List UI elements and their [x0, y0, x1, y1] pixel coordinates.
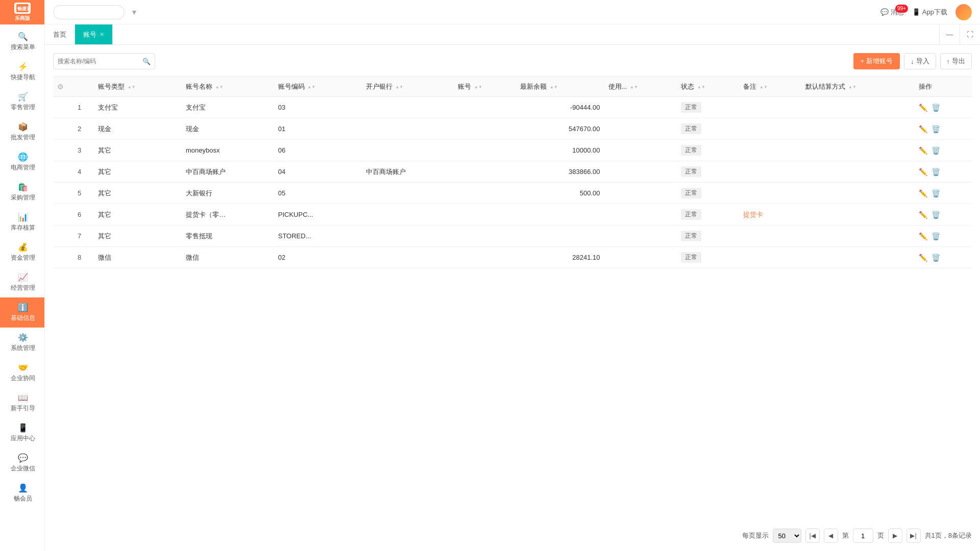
table-row: 8 微信 微信 02 28241.10 正常 ✏️ 🗑️ — [53, 247, 972, 268]
row-bank-cell — [362, 97, 454, 118]
edit-icon[interactable]: ✏️ — [919, 254, 927, 262]
edit-icon[interactable]: ✏️ — [919, 168, 927, 176]
per-page-select[interactable]: 50 100 200 — [773, 529, 801, 543]
toolbar-left: 🔍 — [53, 53, 155, 69]
sort-icon: ▲▼ — [550, 85, 558, 89]
delete-icon[interactable]: 🗑️ — [932, 104, 940, 112]
header-search-input[interactable] — [53, 5, 125, 19]
operations-icon: 📈 — [18, 272, 28, 282]
sidebar-item-quick-nav[interactable]: ⚡ 快捷导航 — [0, 57, 44, 87]
total-label: 共1页，8条记录 — [925, 531, 972, 540]
sidebar-item-operations[interactable]: 📈 经营管理 — [0, 267, 44, 297]
last-page-button[interactable]: ▶| — [906, 529, 921, 543]
row-status-cell: 正常 — [677, 247, 739, 268]
status-badge: 正常 — [681, 252, 701, 263]
tab-bar-actions: — ⛶ — [939, 24, 980, 44]
import-button[interactable]: ↓ 导入 — [904, 53, 936, 69]
table-wrap: ⚙ 账号类型 ▲▼ 账号名称 ▲▼ 账号编码 ▲▼ — [53, 77, 972, 522]
row-name-cell: 支付宝 — [182, 97, 274, 118]
col-usage[interactable]: 使用... ▲▼ — [604, 77, 677, 97]
accounts-table: ⚙ 账号类型 ▲▼ 账号名称 ▲▼ 账号编码 ▲▼ — [53, 77, 972, 268]
search-icon[interactable]: 🔍 — [142, 58, 151, 65]
delete-icon[interactable]: 🗑️ — [932, 254, 940, 262]
delete-icon[interactable]: 🗑️ — [932, 168, 940, 176]
sidebar-item-label: 电商管理 — [11, 163, 35, 172]
row-usage-cell — [604, 247, 677, 268]
row-type-cell: 支付宝 — [94, 97, 182, 118]
col-type[interactable]: 账号类型 ▲▼ — [94, 77, 182, 97]
tab-maximize-button[interactable]: ⛶ — [960, 24, 980, 44]
col-default-settlement-label: 默认结算方式 — [805, 83, 845, 90]
col-name-label: 账号名称 — [186, 83, 212, 90]
tab-accounts-close-icon[interactable]: ✕ — [100, 31, 104, 38]
edit-icon[interactable]: ✏️ — [919, 104, 927, 112]
col-code[interactable]: 账号编码 ▲▼ — [274, 77, 362, 97]
row-code-cell: STORED... — [274, 226, 362, 247]
row-actions-cell: ✏️ 🗑️ — [915, 161, 972, 183]
app-download-button[interactable]: 📱 App下载 — [912, 8, 947, 17]
sidebar-item-inventory[interactable]: 📊 库存核算 — [0, 207, 44, 237]
add-account-button[interactable]: + 新增账号 — [853, 53, 900, 69]
sidebar-item-basic-info[interactable]: ℹ️ 基础信息 — [0, 297, 44, 328]
search-input[interactable] — [58, 58, 142, 65]
prev-page-button[interactable]: ◀ — [824, 529, 838, 543]
table-row: 3 其它 moneybosx 06 10000.00 正常 ✏️ 🗑️ — [53, 140, 972, 161]
tab-home[interactable]: 首页 — [45, 24, 75, 44]
delete-icon[interactable]: 🗑️ — [932, 232, 940, 240]
col-status[interactable]: 状态 ▲▼ — [677, 77, 739, 97]
action-icons: ✏️ 🗑️ — [919, 125, 968, 133]
row-balance-cell: 500.00 — [516, 183, 604, 204]
edit-icon[interactable]: ✏️ — [919, 211, 927, 219]
delete-icon[interactable]: 🗑️ — [932, 125, 940, 133]
sidebar-item-wholesale[interactable]: 📦 批发管理 — [0, 117, 44, 147]
table-settings-icon[interactable]: ⚙ — [57, 83, 64, 91]
col-name[interactable]: 账号名称 ▲▼ — [182, 77, 274, 97]
logo-icon: 畅捷通 — [14, 3, 31, 14]
header-dropdown-icon[interactable]: ▼ — [131, 8, 138, 16]
row-name-cell: 大新银行 — [182, 183, 274, 204]
sidebar-item-search-menu[interactable]: 🔍 搜索菜单 — [0, 27, 44, 57]
tab-accounts[interactable]: 账号 ✕ — [75, 24, 113, 44]
delete-icon[interactable]: 🗑️ — [932, 189, 940, 197]
row-status-cell: 正常 — [677, 204, 739, 226]
col-default-settlement[interactable]: 默认结算方式 ▲▼ — [801, 77, 915, 97]
row-usage-cell — [604, 161, 677, 183]
messages-badge: 99+ — [895, 5, 908, 13]
row-setting-cell — [53, 247, 74, 268]
row-actions-cell: ✏️ 🗑️ — [915, 183, 972, 204]
avatar[interactable] — [955, 4, 972, 20]
sidebar-item-company-agreement[interactable]: 🤝 企业协同 — [0, 358, 44, 388]
sidebar-item-app-center[interactable]: 📱 应用中心 — [0, 418, 44, 448]
page-input[interactable] — [853, 529, 873, 543]
sidebar-item-new-guide[interactable]: 📖 新手引导 — [0, 388, 44, 418]
edit-icon[interactable]: ✏️ — [919, 146, 927, 155]
col-note[interactable]: 备注 ▲▼ — [739, 77, 801, 97]
first-page-button[interactable]: |◀ — [805, 529, 820, 543]
col-account[interactable]: 账号 ▲▼ — [454, 77, 516, 97]
row-bank-cell — [362, 118, 454, 140]
col-bank[interactable]: 开户银行 ▲▼ — [362, 77, 454, 97]
sidebar-item-system[interactable]: ⚙️ 系统管理 — [0, 328, 44, 358]
messages-button[interactable]: 💬 消息 99+ — [880, 8, 904, 17]
export-button[interactable]: ↑ 导出 — [940, 53, 972, 69]
table-row: 4 其它 中百商场账户 04 中百商场账户 383866.00 正常 ✏️ 🗑️ — [53, 161, 972, 183]
sidebar-item-ecommerce[interactable]: 🌐 电商管理 — [0, 147, 44, 177]
col-balance[interactable]: 最新余额 ▲▼ — [516, 77, 604, 97]
basic-info-icon: ℹ️ — [18, 303, 28, 312]
row-status-cell: 正常 — [677, 118, 739, 140]
col-account-label: 账号 — [458, 83, 471, 90]
edit-icon[interactable]: ✏️ — [919, 189, 927, 197]
sidebar-item-member[interactable]: 👤 畅会员 — [0, 478, 44, 508]
tab-minimize-button[interactable]: — — [939, 24, 960, 44]
sidebar-item-enterprise-wechat[interactable]: 💬 企业微信 — [0, 448, 44, 478]
delete-icon[interactable]: 🗑️ — [932, 146, 940, 155]
next-page-button[interactable]: ▶ — [888, 529, 902, 543]
edit-icon[interactable]: ✏️ — [919, 125, 927, 133]
sidebar-item-finance[interactable]: 💰 资金管理 — [0, 237, 44, 267]
download-label: App下载 — [922, 8, 947, 17]
delete-icon[interactable]: 🗑️ — [932, 211, 940, 219]
sidebar-item-retail[interactable]: 🛒 零售管理 — [0, 87, 44, 117]
sidebar-item-purchase[interactable]: 🛍️ 采购管理 — [0, 177, 44, 207]
edit-icon[interactable]: ✏️ — [919, 232, 927, 240]
purchase-icon: 🛍️ — [18, 182, 28, 192]
